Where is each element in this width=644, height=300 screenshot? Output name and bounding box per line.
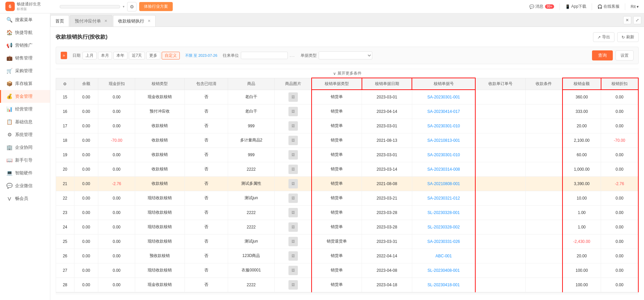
td-goods-img: 🖼 <box>275 90 312 104</box>
online-service-button[interactable]: 🎧 在线客服 <box>597 4 620 9</box>
th-settings[interactable]: ⚙ <box>56 78 74 90</box>
td-cancel-type: 收款核销 <box>135 133 184 147</box>
td-cancel-amount: 1.00 <box>562 205 601 220</box>
page-header: 收款核销执行(按收款) ↗ 导出 ↻ 刷新 <box>56 32 639 42</box>
cancel-no-link[interactable]: ABC-001 <box>435 254 452 258</box>
message-button[interactable]: 💬 消息 99+ <box>529 4 554 9</box>
sidebar-item-wechat[interactable]: 💬 企业微信 <box>0 179 50 192</box>
sidebar-item-purchase[interactable]: 🛒 采购管理 <box>0 65 50 77</box>
chevron-down-icon: ∨ <box>333 71 336 76</box>
cancel-no-link[interactable]: SA-20230301-010 <box>427 153 460 157</box>
sidebar-item-member[interactable]: V 畅会员 <box>0 192 50 205</box>
partner-input[interactable] <box>241 52 288 59</box>
cancel-no-link[interactable]: SL-20230418-001 <box>428 283 460 287</box>
cancel-no-link[interactable]: SA-20230331-026 <box>427 239 460 244</box>
cancel-no-link[interactable]: SL-20230328-001 <box>428 210 460 215</box>
user-profile[interactable]: Rit ▾ <box>631 4 639 9</box>
cancel-no-link[interactable]: SA-20230414-017 <box>427 109 460 114</box>
td-goods: 999 <box>228 119 274 133</box>
tab-receipt[interactable]: 收款核销执行 ✕ <box>113 15 156 27</box>
industry-solution-button[interactable]: 体验行业方案 <box>139 2 173 11</box>
sidebar-item-marketing[interactable]: 📢 营销推广 <box>0 39 50 52</box>
cancel-no-link[interactable]: SA-20230301-001 <box>427 95 460 99</box>
sidebar-item-operation[interactable]: 📊 经营管理 <box>0 103 50 116</box>
main-area: 首页 预付冲应付单 ✕ 收款核销执行 ✕ ✕ ⤢ 收款核销执行(按收款) ↗ <box>50 13 644 300</box>
filter-expand-button[interactable]: » <box>61 52 67 59</box>
td-cancel-no: SA-20230414-017 <box>412 104 475 119</box>
td-cancel-bill-type: 销货单 <box>312 249 362 263</box>
cancel-no-link[interactable]: SL-20230408-001 <box>428 268 460 273</box>
tab-home[interactable]: 首页 <box>50 15 69 27</box>
goods-image: 🖼 <box>288 251 298 261</box>
header-actions: ↗ 导出 ↻ 刷新 <box>593 32 639 42</box>
cancel-no-link[interactable]: SA-20230321-012 <box>427 196 460 201</box>
sidebar-item-system[interactable]: ⚙ 系统管理 <box>0 128 50 141</box>
sidebar-item-hardware-label: 智能硬件 <box>15 170 33 176</box>
date-tab-custom[interactable]: 自定义 <box>162 52 180 59</box>
tab-expand-button[interactable]: ⤢ <box>633 16 641 24</box>
wechat-icon: 💬 <box>6 183 12 189</box>
tab-prepay[interactable]: 预付冲应付单 ✕ <box>70 15 112 27</box>
td-cancel-bill-type: 销货单 <box>312 162 362 176</box>
filter-settings-button[interactable]: 设置 <box>615 50 634 60</box>
sidebar-item-sales[interactable]: 💼 销售管理 <box>0 52 50 65</box>
td-receipt-condition <box>525 277 562 292</box>
th-cancel-discount: 核销折扣 <box>601 78 638 90</box>
sidebar-item-hardware[interactable]: 💻 智能硬件 <box>0 167 50 179</box>
td-cash-discount: 0.00 <box>98 249 135 263</box>
td-cancel-discount: -70.00 <box>601 133 638 147</box>
app-download-button[interactable]: 📱 App下载 <box>565 4 586 9</box>
sidebar-item-finance[interactable]: 💰 资金管理 <box>0 90 50 103</box>
td-cancel-discount: -2.76 <box>601 176 638 191</box>
cancel-no-link[interactable]: SA-20210813-001 <box>427 138 460 143</box>
sidebar-item-basic[interactable]: 📋 基础信息 <box>0 116 50 128</box>
date-tab-this-year[interactable]: 本年 <box>113 52 127 59</box>
sidebar-item-corp[interactable]: 🏢 企业协同 <box>0 141 50 154</box>
export-button[interactable]: ↗ 导出 <box>593 32 614 42</box>
td-cancel-amount: 10.00 <box>562 191 601 205</box>
top-search-box[interactable] <box>60 5 120 8</box>
cancel-no-link[interactable]: SA-20230301-010 <box>427 124 460 128</box>
td-cancel-bill-type: 销货单 <box>312 205 362 220</box>
bill-type-select[interactable] <box>319 51 372 59</box>
tab-prepay-close-icon[interactable]: ✕ <box>104 19 107 23</box>
table-header-row: ⚙ 余额 现金折扣 核销类型 包含已结清 商品 商品图片 核销单据类型 核销单据… <box>56 78 639 90</box>
td-cancel-no: SA-20210813-001 <box>412 133 475 147</box>
cancel-no-link[interactable]: SA-20230314-008 <box>427 167 460 172</box>
date-tab-last-month[interactable]: 上月 <box>83 52 97 59</box>
td-cancel-bill-type: 销货单 <box>312 133 362 147</box>
td-cancel-discount: 0.00 <box>601 220 638 234</box>
td-goods: 测试jun <box>228 234 274 249</box>
td-id: 20 <box>56 162 74 176</box>
date-tab-more[interactable]: 更多 <box>146 52 160 59</box>
sidebar-item-search[interactable]: 🔍 搜索菜单 <box>0 13 50 26</box>
refresh-button[interactable]: ↻ 刷新 <box>617 32 639 42</box>
tab-receipt-close-icon[interactable]: ✕ <box>148 19 151 23</box>
sidebar-item-corp-label: 企业协同 <box>15 144 33 151</box>
marketing-icon: 📢 <box>6 42 12 48</box>
table-body: 15 0.00 0.00 现金收款核销 否 老白干 🖼 销货单 2023-03-… <box>56 90 639 292</box>
date-tab-this-month[interactable]: 本月 <box>98 52 112 59</box>
date-tab-7days[interactable]: 近7天 <box>129 52 145 59</box>
sidebar-item-guide[interactable]: 📖 新手引导 <box>0 154 50 167</box>
td-cash-discount: 0.00 <box>98 162 135 176</box>
divider <box>559 3 560 10</box>
td-goods-img: 🖼 <box>275 176 312 191</box>
td-cancel-date: 2023-03-01 <box>362 119 412 133</box>
td-cash-discount: 0.00 <box>98 191 135 205</box>
tab-close-button[interactable]: ✕ <box>623 16 631 24</box>
goods-image: 🖼 <box>288 107 298 116</box>
goods-image: 🖼 <box>288 165 298 174</box>
cancel-no-link[interactable]: SL-20230328-002 <box>428 225 460 229</box>
td-cancel-no: SA-20230321-012 <box>412 191 475 205</box>
expand-more-bar[interactable]: ∨ 展开更多条件 <box>56 69 639 78</box>
td-cancel-type: 收款核销 <box>135 147 184 162</box>
sidebar-item-nav[interactable]: 🏠 快捷导航 <box>0 26 50 39</box>
search-button[interactable]: 查询 <box>592 50 613 60</box>
td-settled: 否 <box>184 205 228 220</box>
cancel-no-link[interactable]: SA-20210808-001 <box>427 181 460 186</box>
settings-gear-button[interactable]: ⚙ <box>127 2 137 11</box>
td-cancel-type: 预付冲应收 <box>135 104 184 119</box>
sidebar-item-inventory[interactable]: 📦 库存核算 <box>0 77 50 90</box>
basic-icon: 📋 <box>6 119 12 125</box>
